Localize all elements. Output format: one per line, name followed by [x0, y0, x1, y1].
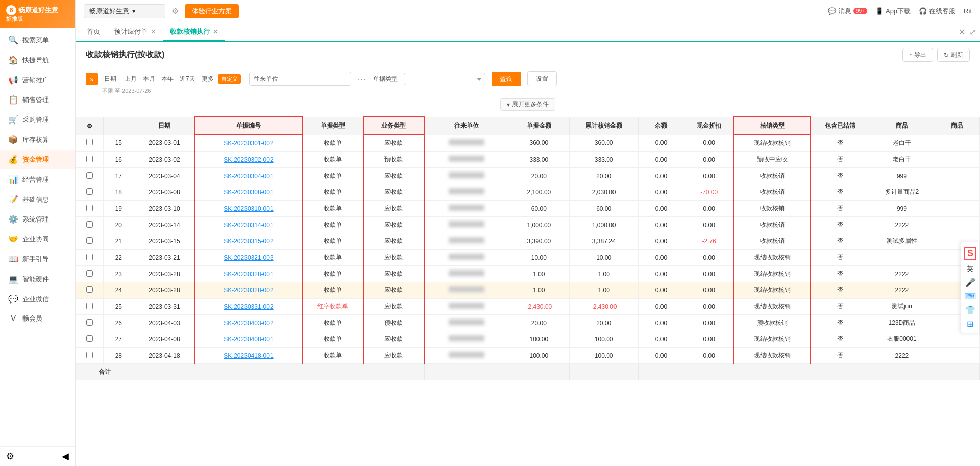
- row-checkbox[interactable]: [86, 303, 93, 309]
- export-btn[interactable]: ↑ 导出: [902, 48, 933, 62]
- voucher-no-link[interactable]: SK-20230301-002: [224, 140, 273, 147]
- col-header-goods[interactable]: 商品: [870, 117, 934, 135]
- cell-voucher-no[interactable]: SK-20230408-001: [195, 331, 302, 348]
- floating-mic-icon[interactable]: 🎤: [965, 278, 975, 287]
- sidebar-item-sales[interactable]: 📋销售管理: [0, 90, 75, 110]
- cell-voucher-no[interactable]: SK-20230328-002: [195, 282, 302, 299]
- col-header-cash-discount[interactable]: 现金折扣: [684, 117, 734, 135]
- sidebar-item-cooperation[interactable]: 🤝企业协同: [0, 229, 75, 249]
- cell-checkbox[interactable]: [76, 233, 104, 250]
- tab-home[interactable]: 首页: [80, 23, 107, 41]
- row-checkbox[interactable]: [86, 139, 93, 145]
- cell-voucher-no[interactable]: SK-20230302-002: [195, 152, 302, 168]
- voucher-no-link[interactable]: SK-20230328-001: [224, 271, 273, 278]
- voucher-no-link[interactable]: SK-20230331-002: [224, 303, 273, 310]
- cell-voucher-no[interactable]: SK-20230314-001: [195, 217, 302, 233]
- cell-voucher-no[interactable]: SK-20230321-003: [195, 250, 302, 266]
- sidebar-item-member[interactable]: V畅会员: [0, 309, 75, 328]
- floating-grid-icon[interactable]: ⊞: [967, 319, 973, 329]
- floating-keyboard-icon[interactable]: ⌨: [964, 291, 976, 301]
- date-last-7days[interactable]: 近7天: [178, 73, 198, 84]
- voucher-no-link[interactable]: SK-20230308-001: [224, 189, 273, 196]
- row-checkbox[interactable]: [86, 335, 93, 342]
- workspace-selector[interactable]: 畅康道好生意 ▾: [84, 4, 165, 18]
- sidebar-item-basic-info[interactable]: 📝基础信息: [0, 189, 75, 209]
- cell-checkbox[interactable]: [76, 315, 104, 331]
- voucher-no-link[interactable]: SK-20230304-001: [224, 173, 273, 180]
- voucher-no-link[interactable]: SK-20230321-003: [224, 254, 273, 261]
- col-header-biz-type[interactable]: 业务类型: [363, 117, 425, 135]
- col-header-date[interactable]: 日期: [134, 117, 195, 135]
- sidebar-item-operations[interactable]: 📊经营管理: [0, 169, 75, 189]
- row-checkbox[interactable]: [86, 286, 93, 293]
- query-btn[interactable]: 查询: [492, 72, 521, 86]
- cell-voucher-no[interactable]: SK-20230328-001: [195, 266, 302, 282]
- cell-checkbox[interactable]: [76, 168, 104, 184]
- tab-pre-payment[interactable]: 预计应付单 ✕: [107, 23, 163, 41]
- collapse-icon[interactable]: ◀: [62, 451, 69, 462]
- sidebar-item-system[interactable]: ⚙️系统管理: [0, 209, 75, 229]
- col-header-balance[interactable]: 余额: [639, 117, 684, 135]
- expand-conditions-btn[interactable]: ▾ 展开更多条件: [500, 98, 555, 111]
- messages-item[interactable]: 💬 消息 99+: [828, 7, 867, 16]
- cell-voucher-no[interactable]: SK-20230304-001: [195, 168, 302, 184]
- voucher-no-link[interactable]: SK-20230310-001: [224, 205, 273, 212]
- cell-voucher-no[interactable]: SK-20230403-002: [195, 315, 302, 331]
- cell-checkbox[interactable]: [76, 201, 104, 217]
- floating-text-icon[interactable]: 英: [967, 264, 973, 274]
- date-this-year[interactable]: 本年: [159, 73, 176, 84]
- row-checkbox[interactable]: [86, 254, 93, 260]
- col-header-voucher-type[interactable]: 单据类型: [302, 117, 363, 135]
- settings-btn[interactable]: 设置: [527, 71, 557, 86]
- date-last-month[interactable]: 上月: [122, 73, 139, 84]
- voucher-type-select[interactable]: [404, 73, 485, 85]
- tab-close-icon[interactable]: ✕: [959, 27, 965, 37]
- cell-voucher-no[interactable]: SK-20230331-002: [195, 299, 302, 315]
- refresh-btn[interactable]: ↻ 刷新: [937, 48, 970, 62]
- settings-icon[interactable]: ⚙: [6, 451, 14, 462]
- sidebar-item-marketing[interactable]: 📢营销推广: [0, 70, 75, 90]
- col-header-writeoff-type[interactable]: 核销类型: [734, 117, 811, 135]
- cell-checkbox[interactable]: [76, 348, 104, 364]
- date-more[interactable]: 更多: [200, 73, 216, 84]
- col-header-gear[interactable]: ⚙: [76, 117, 104, 135]
- row-checkbox[interactable]: [86, 172, 93, 179]
- row-checkbox[interactable]: [86, 156, 93, 162]
- cell-voucher-no[interactable]: SK-20230308-001: [195, 184, 302, 201]
- app-download-item[interactable]: 📱 App下载: [875, 7, 911, 16]
- sidebar-item-search-menu[interactable]: 🔍搜索菜单: [0, 30, 75, 50]
- sidebar-item-purchase[interactable]: 🛒采购管理: [0, 110, 75, 130]
- cell-voucher-no[interactable]: SK-20230315-002: [195, 233, 302, 250]
- user-avatar[interactable]: Rit: [964, 7, 972, 15]
- sidebar-item-wechat[interactable]: 💬企业微信: [0, 289, 75, 309]
- cell-voucher-no[interactable]: SK-20230301-002: [195, 135, 302, 152]
- partner-input[interactable]: 往来单位: [249, 72, 351, 86]
- voucher-no-link[interactable]: SK-20230314-001: [224, 222, 273, 229]
- cell-checkbox[interactable]: [76, 135, 104, 152]
- row-checkbox[interactable]: [86, 270, 93, 277]
- tab-receipt-writeoff[interactable]: 收款核销执行 ✕: [163, 23, 225, 41]
- voucher-no-link[interactable]: SK-20230403-002: [224, 320, 273, 327]
- online-service-item[interactable]: 🎧 在线客服: [919, 7, 955, 16]
- voucher-no-link[interactable]: SK-20230315-002: [224, 238, 273, 245]
- voucher-no-link[interactable]: SK-20230408-001: [224, 336, 273, 343]
- topbar-gear-icon[interactable]: ⚙: [172, 6, 179, 16]
- date-this-month[interactable]: 本月: [141, 73, 157, 84]
- sidebar-item-guide[interactable]: 📖新手引导: [0, 249, 75, 269]
- col-header-writeoff-amount[interactable]: 累计核销金额: [570, 117, 639, 135]
- row-checkbox[interactable]: [86, 205, 93, 211]
- tab-pre-payment-close[interactable]: ✕: [151, 28, 156, 35]
- sidebar-item-hardware[interactable]: 💻智能硬件: [0, 269, 75, 289]
- sidebar-item-finance[interactable]: 💰资金管理: [0, 150, 75, 169]
- floating-shirt-icon[interactable]: 👕: [965, 305, 975, 315]
- cell-checkbox[interactable]: [76, 282, 104, 299]
- voucher-no-link[interactable]: SK-20230302-002: [224, 156, 273, 163]
- cell-checkbox[interactable]: [76, 331, 104, 348]
- col-header-goods2[interactable]: 商品: [934, 117, 980, 135]
- col-header-voucher-no[interactable]: 单据编号: [195, 117, 302, 135]
- cell-checkbox[interactable]: [76, 266, 104, 282]
- cell-checkbox[interactable]: [76, 152, 104, 168]
- cell-voucher-no[interactable]: SK-20230418-001: [195, 348, 302, 364]
- row-checkbox[interactable]: [86, 319, 93, 326]
- row-checkbox[interactable]: [86, 188, 93, 195]
